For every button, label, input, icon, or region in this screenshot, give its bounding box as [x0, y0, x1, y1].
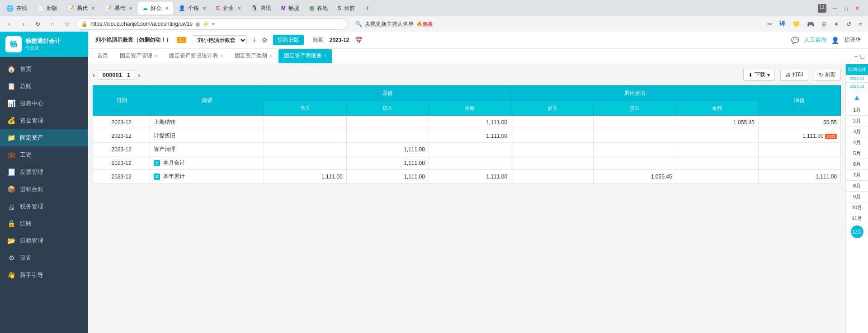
tab-asset-detail[interactable]: 固定资产明细账 ×: [278, 49, 332, 63]
top-bar-right: 💬 人工咨询 👤 徐译华: [791, 36, 861, 44]
back-button[interactable]: ‹: [4, 19, 14, 29]
period-month-3[interactable]: 3月: [846, 127, 868, 137]
next-page-button[interactable]: ›: [138, 71, 140, 79]
minimize-button[interactable]: ─: [830, 4, 840, 13]
tab-close-icon[interactable]: ×: [269, 53, 272, 58]
sidebar-item-sales-purchase[interactable]: 📦 进销台账: [0, 181, 88, 198]
period-date-1[interactable]: 2023.12: [846, 75, 868, 83]
sidebar-item-fixed-assets[interactable]: 📁 固定资产: [0, 129, 88, 146]
tab-asset-category[interactable]: 固定资产类别 ×: [229, 49, 278, 63]
menu-icon[interactable]: ≡: [856, 20, 864, 28]
chevron-down-icon[interactable]: ▾: [212, 21, 215, 27]
period-month-7[interactable]: 7月: [846, 170, 868, 181]
translate-icon[interactable]: 译: [777, 19, 788, 29]
game-icon[interactable]: 🎮: [805, 20, 816, 28]
browser-tab-zaixin[interactable]: 🌐 在线: [2, 2, 32, 14]
tab-favicon: 🐧: [251, 5, 258, 11]
sidebar-item-home[interactable]: 🏠 首页: [0, 61, 88, 78]
print-button[interactable]: 🖨 打印: [780, 69, 808, 81]
browser-tab-geshui[interactable]: 👤 个税 ✕: [174, 2, 211, 14]
prev-page-button[interactable]: ‹: [93, 71, 95, 79]
cell-accum-balance: [676, 156, 758, 170]
tab-depreciation-stats[interactable]: 固定资产折旧统计表 ×: [164, 49, 228, 63]
address-bar[interactable]: 🔒 https://cloud.chanjet.com/accounting/u…: [76, 18, 347, 30]
browser-tab-changjie[interactable]: M 畅捷: [277, 2, 304, 14]
sidebar-item-guide[interactable]: 👋 新手引导: [0, 267, 88, 284]
period-month-10[interactable]: 10月: [846, 202, 868, 213]
tab-close-icon[interactable]: ×: [324, 53, 327, 58]
period-up-button[interactable]: ▲: [852, 92, 863, 103]
period-month-4[interactable]: 4月: [846, 137, 868, 148]
tab-close-icon4[interactable]: ✕: [237, 6, 241, 11]
browser-tab-muqian[interactable]: S 目前: [333, 2, 359, 14]
user-avatar-icon: 👤: [831, 37, 839, 44]
sidebar-item-funds[interactable]: 💰 资金管理: [0, 112, 88, 129]
period-date-2[interactable]: 2023.12: [846, 83, 868, 90]
tab-close-icon2[interactable]: ✕: [129, 6, 132, 11]
period-month-6[interactable]: 6月: [846, 159, 868, 170]
cell-accum-credit: [594, 129, 676, 143]
period-month-1[interactable]: 1月: [846, 105, 868, 116]
download-button[interactable]: ⬇ 下载 ▾: [743, 69, 775, 81]
sidebar-item-archive[interactable]: 📂 归档管理: [0, 232, 88, 249]
scissors-icon[interactable]: ✂: [765, 20, 774, 28]
tab-close-icon[interactable]: ✕: [91, 6, 95, 11]
sidebar-item-tax[interactable]: 🖨 税务管理: [0, 198, 88, 215]
reload-button[interactable]: ↻: [33, 19, 43, 29]
wallet-icon[interactable]: 💛: [790, 20, 802, 28]
tabs-expand-button[interactable]: □: [861, 53, 864, 60]
refresh-button[interactable]: ↻ 刷新: [814, 69, 841, 81]
tabs-collapse-button[interactable]: −: [854, 53, 858, 60]
cell-accum-balance: [676, 143, 758, 156]
undo-icon[interactable]: ↺: [844, 20, 854, 28]
tab-home[interactable]: 首页: [92, 49, 113, 63]
switch-version-button[interactable]: 切到旧版: [273, 35, 304, 45]
period-month-11[interactable]: 11月: [846, 213, 868, 224]
browser-tab-yidai2[interactable]: 📝 易代 ✕: [100, 2, 137, 14]
sidebar-item-settings[interactable]: ⚙ 设置: [0, 249, 88, 267]
maximize-button[interactable]: □: [841, 4, 850, 13]
tab-close-icon[interactable]: ×: [220, 53, 223, 58]
sidebar-item-close-period[interactable]: 🔒 结账: [0, 215, 88, 232]
browser-tab-yidai1[interactable]: 📝 易代 ✕: [63, 2, 99, 14]
tab-close-icon[interactable]: ×: [155, 53, 157, 58]
home-button[interactable]: ⌂: [47, 19, 58, 29]
sidebar-item-payroll[interactable]: 💼 工资: [0, 146, 88, 164]
browser-tab-xinban[interactable]: 📄 新版: [33, 2, 62, 14]
header-date: 日期: [93, 86, 150, 116]
sun-icon[interactable]: ☀: [831, 20, 841, 28]
sidebar-item-label: 新手引导: [20, 271, 43, 279]
settings-gear-icon[interactable]: ⚙: [262, 37, 268, 44]
header-summary: 摘要: [150, 86, 264, 116]
browser-tab-haohui[interactable]: ☁ 好会 ✕: [138, 2, 173, 14]
grid-icon[interactable]: ⊞: [819, 20, 829, 28]
tab-fixed-assets-management[interactable]: 固定资产管理 ×: [114, 49, 163, 63]
cell-net-value: 55.55: [758, 116, 840, 129]
tab-close-icon3[interactable]: ✕: [203, 6, 206, 11]
forward-button[interactable]: ›: [18, 19, 29, 29]
reports-icon: 📊: [7, 99, 15, 108]
sidebar-item-invoice[interactable]: 🧾 发票管理: [0, 164, 88, 181]
period-month-8[interactable]: 8月: [846, 181, 868, 192]
new-tab-button[interactable]: +: [362, 3, 373, 14]
period-month-2[interactable]: 2月: [846, 116, 868, 127]
add-account-icon[interactable]: +: [252, 36, 256, 44]
year-badge: 2023: [825, 134, 837, 139]
period-month-12[interactable]: 12月: [851, 225, 863, 238]
sidebar-item-general-ledger[interactable]: 📋 总账: [0, 78, 88, 95]
period-month-5[interactable]: 5月: [846, 148, 868, 159]
support-label[interactable]: 人工咨询: [804, 36, 826, 44]
browser-tab-qiye[interactable]: C 企业 ✕: [212, 2, 245, 14]
bookmark-button[interactable]: ☆: [61, 19, 72, 29]
url-text: https://cloud.chanjet.com/accounting/uw1…: [90, 21, 193, 27]
browser-tab-tengxun[interactable]: 🐧 腾讯: [246, 2, 276, 14]
close-button[interactable]: ✕: [852, 4, 863, 13]
sidebar-item-label: 固定资产: [20, 134, 43, 142]
sidebar-item-label: 进销台账: [20, 185, 43, 193]
account-selector[interactable]: 刘小艳演示账套: [192, 35, 247, 45]
tab-close-icon-active[interactable]: ✕: [165, 6, 169, 11]
sidebar-item-reports[interactable]: 📊 报表中心: [0, 95, 88, 112]
calendar-icon[interactable]: 📅: [355, 37, 363, 44]
browser-tab-gedi[interactable]: ▦ 各地: [305, 2, 332, 14]
period-month-9[interactable]: 9月: [846, 192, 868, 202]
